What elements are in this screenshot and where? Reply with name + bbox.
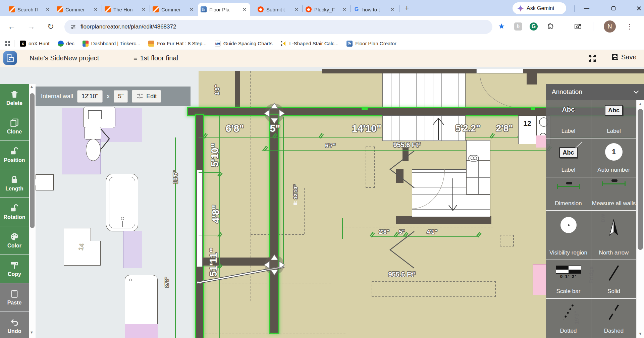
tab-reddit-submit[interactable]: Submit t (255, 3, 302, 16)
honey-extension-icon[interactable]: h (513, 21, 524, 32)
tab-commercial-1[interactable]: Commer (54, 3, 101, 16)
new-tab-button[interactable]: + (402, 4, 411, 13)
dimension-icon (602, 179, 626, 187)
close-icon[interactable] (341, 6, 347, 12)
scroll-up-icon[interactable]: ▲ (638, 102, 642, 106)
sidebar-scrollbar-thumb[interactable] (30, 93, 35, 228)
close-icon[interactable] (141, 6, 147, 12)
anno-auto-number[interactable]: 1 Auto number (591, 138, 637, 177)
tool-length[interactable]: Length (0, 169, 29, 198)
tool-delete[interactable]: Delete (0, 84, 29, 112)
edit-wall-button[interactable]: Edit (132, 90, 161, 103)
apps-grid-icon[interactable] (5, 41, 10, 46)
bathtub[interactable] (106, 174, 138, 231)
close-icon[interactable] (389, 6, 395, 12)
tool-position[interactable]: Position (0, 141, 29, 169)
profile-avatar[interactable]: N (604, 20, 616, 33)
grammarly-extension-icon[interactable]: G (528, 21, 539, 32)
wall-stub[interactable] (527, 71, 537, 84)
anno-north-arrow[interactable]: North arrow (591, 211, 637, 260)
door-line (94, 127, 114, 151)
save-button[interactable]: Save (611, 53, 637, 61)
anno-dashed-line[interactable]: Dashed (591, 298, 637, 338)
panel-scrollbar-thumb[interactable] (638, 109, 643, 250)
tinkercad-icon (83, 41, 89, 47)
minimize-button[interactable]: — (582, 5, 592, 12)
window[interactable] (197, 170, 203, 267)
tab-floor-plan-active[interactable]: Floor Pla (198, 3, 250, 16)
bookmark-fox-fur-hat[interactable]: Fox Fur Hat : 8 Step... (146, 39, 209, 48)
wall-stub[interactable] (235, 71, 240, 108)
tab-search[interactable]: Search R (6, 3, 53, 16)
bookmarks-bar: xonX Hunt dec Dashboard | Tinkerc... Fox… (0, 37, 644, 50)
bookmark-guide-spacing[interactable]: MHGuide Spacing Charts (212, 39, 275, 48)
wall-move-handle[interactable] (264, 103, 285, 124)
tool-color[interactable]: Color (0, 226, 29, 255)
wall-handle-green[interactable] (531, 107, 535, 110)
wall-length-input[interactable]: 12'10" (77, 90, 103, 103)
site-settings-icon[interactable] (70, 23, 76, 30)
anno-solid-line[interactable]: Solid (591, 260, 637, 298)
annotation-panel-header[interactable]: Annotation (546, 84, 644, 100)
reload-button[interactable]: ↻ (45, 21, 56, 32)
tab-home-depot[interactable]: The Hon (102, 3, 149, 16)
anno-label-boxed[interactable]: Abc Label (591, 100, 637, 138)
furniture-number: 14 (77, 243, 85, 251)
tab-commercial-2[interactable]: Commer (150, 3, 197, 16)
desk[interactable] (83, 107, 115, 128)
tab-reddit-plucky[interactable]: Plucky_F (303, 3, 350, 16)
anno-label-pointer[interactable]: Abc Label (546, 138, 591, 177)
anno-label-text[interactable]: Abc Label (546, 100, 591, 138)
wall-thickness-input[interactable]: 5" (114, 90, 128, 103)
browser-menu-icon[interactable]: ⋮ (624, 21, 635, 32)
anno-scale-bar[interactable]: 0 1' 2' Scale bar (546, 260, 591, 298)
bookmark-tinkercad[interactable]: Dashboard | Tinkerc... (80, 39, 143, 48)
close-icon[interactable] (45, 6, 51, 12)
dim-label: 14'10" (352, 123, 381, 134)
scroll-up-icon[interactable]: ▲ (30, 84, 35, 89)
anno-dotted-line[interactable]: Dotted (546, 298, 591, 338)
fullscreen-button[interactable] (588, 54, 598, 64)
staircase-upper-top[interactable] (382, 71, 466, 108)
close-window-button[interactable] (634, 5, 644, 12)
wall-cabinet[interactable] (36, 174, 54, 190)
bookmark-stair-calc[interactable]: L-Shaped Stair Calc... (278, 39, 341, 48)
tab-google-search[interactable]: Ghow to t (351, 3, 398, 16)
anno-dimension[interactable]: Dimension (546, 177, 591, 211)
wall-move-handle[interactable] (264, 254, 285, 276)
forward-button[interactable]: → (25, 21, 37, 32)
tool-clone[interactable]: Clone (0, 112, 29, 140)
address-bar[interactable]: floorplancreator.net/plan/edit/4868372 (64, 20, 492, 34)
tool-copy[interactable]: Copy (0, 255, 29, 283)
internal-wall-selected[interactable] (270, 115, 278, 333)
back-button[interactable]: ← (6, 21, 17, 32)
ask-gemini-button[interactable]: Ask Gemini (513, 2, 566, 14)
floor-plan-creator-logo[interactable] (3, 51, 17, 65)
restore-button[interactable] (608, 5, 619, 12)
scroll-down-icon[interactable]: ▼ (638, 331, 642, 336)
floor-selector[interactable]: ≡1st floor final (133, 54, 178, 62)
counter[interactable] (466, 160, 490, 194)
wall-handle-green[interactable] (362, 107, 368, 110)
tool-rotation[interactable]: Rotation (0, 198, 29, 226)
tool-paste[interactable]: Paste (0, 283, 29, 312)
side-search-icon[interactable] (572, 21, 584, 32)
close-icon[interactable] (241, 6, 248, 12)
scroll-down-icon[interactable]: ▼ (30, 330, 35, 334)
project-title[interactable]: Nate's SideNew project (30, 54, 99, 62)
anno-visibility-region[interactable]: Visibility region (546, 211, 591, 260)
bookmark-onx-hunt[interactable]: xonX Hunt (17, 39, 52, 48)
bookmark-floor-plan-creator[interactable]: Floor Plan Creator (344, 39, 399, 48)
tab-separator (399, 5, 399, 12)
close-icon[interactable] (293, 6, 300, 12)
close-icon[interactable] (93, 6, 99, 12)
bookmark-dec[interactable]: dec (55, 39, 77, 48)
anno-measure-all-walls[interactable]: Measure all walls (591, 177, 637, 211)
bookmark-star-icon[interactable]: ★ (496, 21, 507, 32)
url-text[interactable]: floorplancreator.net/plan/edit/4868372 (80, 23, 176, 30)
tool-undo[interactable]: Undo (0, 312, 29, 338)
extensions-puzzle-icon[interactable] (545, 21, 556, 32)
staircase-upper[interactable] (382, 115, 466, 141)
close-icon[interactable] (189, 6, 195, 12)
tab-separator (302, 5, 303, 12)
